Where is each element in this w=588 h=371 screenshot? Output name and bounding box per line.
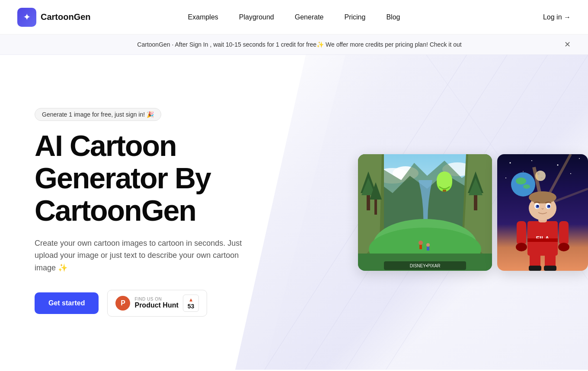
banner-close-button[interactable]: ✕ xyxy=(564,41,571,48)
svg-point-23 xyxy=(426,243,430,247)
svg-point-32 xyxy=(531,160,532,161)
svg-point-66 xyxy=(548,205,550,207)
hero-description: Create your own cartoon images to cartoo… xyxy=(35,237,242,274)
svg-point-35 xyxy=(570,173,571,174)
svg-rect-13 xyxy=(374,197,377,215)
svg-point-43 xyxy=(541,177,543,179)
svg-rect-22 xyxy=(419,245,422,249)
free-badge: Generate 1 image for free, just sign in!… xyxy=(35,108,161,121)
product-hunt-icon: P xyxy=(115,296,130,311)
hero-content: Generate 1 image for free, just sign in!… xyxy=(35,108,294,317)
svg-rect-52 xyxy=(529,266,541,271)
hero-images: DISNEY•PIXAR xyxy=(358,154,588,271)
svg-point-40 xyxy=(523,184,530,189)
svg-rect-53 xyxy=(544,266,556,271)
nav-links: Examples Playground Generate Pricing Blo… xyxy=(188,13,400,21)
hero-actions: Get started P FIND US ON Product Hunt ▲ … xyxy=(35,290,294,317)
svg-point-21 xyxy=(419,241,423,245)
product-hunt-votes: ▲ 53 xyxy=(183,295,199,312)
svg-point-57 xyxy=(558,243,569,251)
product-hunt-name: Product Hunt xyxy=(134,301,178,309)
svg-rect-51 xyxy=(545,254,556,267)
hero-section: Generate 1 image for free, just sign in!… xyxy=(0,55,588,370)
nav-blog[interactable]: Blog xyxy=(386,13,400,21)
svg-point-31 xyxy=(510,162,511,163)
nav-playground[interactable]: Playground xyxy=(239,13,274,21)
hero-title: AI Cartoon Generator By CartoonGen xyxy=(35,130,294,226)
svg-point-38 xyxy=(511,172,535,197)
product-hunt-badge[interactable]: P FIND US ON Product Hunt ▲ 53 xyxy=(107,290,207,317)
svg-point-56 xyxy=(516,243,527,251)
product-hunt-text: FIND US ON Product Hunt xyxy=(134,297,178,309)
get-started-button[interactable]: Get started xyxy=(35,292,99,314)
logo-icon: ✦ xyxy=(17,8,36,27)
svg-rect-24 xyxy=(427,247,429,251)
cartoon-image-forest: DISNEY•PIXAR xyxy=(358,154,492,271)
product-hunt-find-us: FIND US ON xyxy=(134,297,178,301)
svg-point-26 xyxy=(437,171,452,189)
svg-point-36 xyxy=(505,178,506,178)
login-button[interactable]: Log in → xyxy=(543,13,571,21)
svg-point-33 xyxy=(557,164,559,165)
cartoon-image-space: FILA xyxy=(497,154,588,271)
upvote-arrow-icon: ▲ xyxy=(189,297,194,303)
svg-point-60 xyxy=(529,191,556,203)
nav-examples[interactable]: Examples xyxy=(188,13,218,21)
svg-point-39 xyxy=(516,178,526,184)
svg-point-37 xyxy=(523,171,524,172)
svg-text:DISNEY•PIXAR: DISNEY•PIXAR xyxy=(410,263,441,268)
logo-text: CartoonGen xyxy=(41,12,91,22)
svg-rect-50 xyxy=(530,254,540,267)
logo[interactable]: ✦ CartoonGen xyxy=(17,8,91,27)
announcement-banner: CartoonGen · After Sign In , wait 10-15 … xyxy=(0,35,588,55)
svg-point-42 xyxy=(537,172,540,175)
svg-rect-54 xyxy=(517,221,526,245)
navbar: ✦ CartoonGen Examples Playground Generat… xyxy=(0,0,588,35)
nav-generate[interactable]: Generate xyxy=(295,13,324,21)
banner-text: CartoonGen · After Sign In , wait 10-15 … xyxy=(35,41,564,48)
svg-rect-49 xyxy=(527,238,558,242)
nav-pricing[interactable]: Pricing xyxy=(344,13,365,21)
svg-rect-55 xyxy=(559,221,569,245)
vote-count: 53 xyxy=(188,303,195,310)
svg-point-65 xyxy=(537,205,539,207)
svg-rect-27 xyxy=(443,190,446,192)
svg-point-34 xyxy=(579,158,580,159)
